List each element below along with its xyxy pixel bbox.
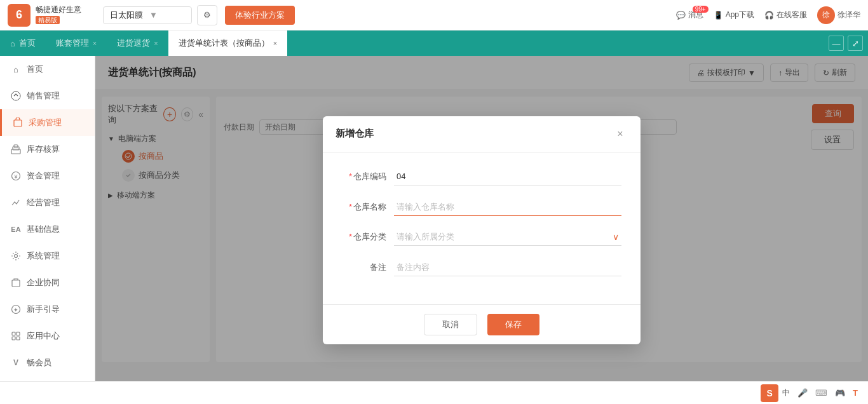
- warehouse-category-label: 仓库分类: [342, 231, 386, 243]
- tab-close-icon[interactable]: ×: [154, 39, 158, 47]
- home-icon: ⌂: [10, 39, 15, 48]
- message-icon: 💬: [676, 11, 686, 20]
- tab-home[interactable]: ⌂ 首页: [0, 30, 46, 56]
- ops-icon: [10, 197, 22, 208]
- svg-rect-12: [17, 332, 20, 335]
- warehouse-remark-label: 备注: [342, 262, 386, 273]
- modal-footer: 取消 保存: [323, 304, 641, 344]
- svg-rect-8: [12, 280, 20, 286]
- warehouse-category-row: 仓库分类 请输入所属分类 ∨: [342, 229, 621, 246]
- svg-text:¥: ¥: [13, 173, 18, 180]
- phone-icon: 📱: [714, 11, 723, 20]
- tab-purchase-return[interactable]: 进货退货 ×: [107, 30, 168, 56]
- store-selector[interactable]: 日太阳膜 ▼: [103, 6, 192, 24]
- cancel-button[interactable]: 取消: [424, 314, 477, 335]
- warehouse-name-input[interactable]: [394, 198, 621, 216]
- warehouse-name-row: 仓库名称: [342, 198, 621, 216]
- trial-button[interactable]: 体验行业方案: [225, 6, 295, 25]
- bottom-s-logo: S: [761, 384, 778, 402]
- warehouse-name-label: 仓库名称: [342, 201, 386, 213]
- finance-icon: ¥: [10, 170, 22, 182]
- sidebar-item-purchase[interactable]: 采购管理: [0, 109, 95, 136]
- modal-body: 仓库编码 仓库名称 仓库分类 请输入所属分类 ∨: [323, 152, 641, 304]
- online-service-button[interactable]: 🎧 在线客服: [764, 10, 807, 20]
- svg-rect-1: [14, 120, 22, 126]
- tab-minimize-button[interactable]: —: [829, 36, 844, 51]
- tab-expand-button[interactable]: ⤢: [848, 36, 863, 51]
- sidebar-item-sales[interactable]: 销售管理: [0, 83, 95, 109]
- member-icon: V: [10, 357, 22, 368]
- modal-close-button[interactable]: ×: [613, 126, 628, 142]
- modal-overlay: 新增仓库 × 仓库编码 仓库名称 仓库分类: [95, 56, 868, 404]
- tab-purchase-stats[interactable]: 进货单统计表（按商品） ×: [168, 30, 287, 56]
- home-nav-icon: ⌂: [10, 64, 22, 75]
- logo-text: 畅捷通好生意 精易版: [36, 5, 81, 25]
- logo-area: 6 畅捷通好生意 精易版: [8, 4, 103, 27]
- mic-icon[interactable]: 🎤: [797, 388, 808, 398]
- sidebar: ⌂ 首页 销售管理 采购管理 库存核算 ¥ 资金管理: [0, 56, 95, 404]
- svg-rect-11: [12, 332, 15, 335]
- sidebar-item-base[interactable]: EA 基础信息: [0, 216, 95, 243]
- dropdown-arrow-icon: ▼: [149, 10, 185, 20]
- inventory-icon: [10, 144, 22, 155]
- app-download-button[interactable]: 📱 App下载: [714, 10, 754, 20]
- sidebar-item-ops[interactable]: 经营管理: [0, 189, 95, 216]
- sidebar-item-guide[interactable]: ✦ 新手引导: [0, 296, 95, 323]
- gear-button[interactable]: ⚙: [197, 5, 217, 25]
- svg-point-7: [15, 255, 18, 258]
- system-icon: [10, 250, 22, 262]
- svg-point-0: [11, 91, 20, 100]
- avatar-initials: 徐: [822, 10, 830, 20]
- headset-icon: 🎧: [764, 11, 774, 20]
- user-profile-button[interactable]: 徐 徐泽华: [817, 6, 860, 24]
- keyboard-icon[interactable]: ⌨: [815, 388, 827, 398]
- save-button[interactable]: 保存: [487, 314, 539, 335]
- sidebar-item-member[interactable]: V 畅会员: [0, 349, 95, 376]
- main-layout: ⌂ 首页 销售管理 采购管理 库存核算 ¥ 资金管理: [0, 56, 868, 404]
- category-dropdown-icon: ∨: [613, 232, 619, 242]
- sidebar-item-apps[interactable]: 应用中心: [0, 323, 95, 349]
- logo-icon: 6: [8, 4, 31, 27]
- messages-button[interactable]: 💬 消息 99+: [676, 10, 703, 20]
- modal-header: 新增仓库 ×: [323, 116, 641, 152]
- svg-text:✦: ✦: [13, 307, 18, 313]
- enterprise-icon: [10, 277, 22, 288]
- bottom-status-bar: S 中 🎤 ⌨ 🎮 T: [0, 381, 868, 404]
- tab-bar: ⌂ 首页 账套管理 × 进货退货 × 进货单统计表（按商品） × — ⤢: [0, 30, 868, 56]
- sidebar-item-system[interactable]: 系统管理: [0, 243, 95, 269]
- apps-icon: [10, 330, 22, 342]
- gamepad-icon[interactable]: 🎮: [835, 388, 845, 398]
- sidebar-item-enterprise[interactable]: 企业协同: [0, 269, 95, 296]
- avatar: 徐: [817, 6, 835, 24]
- warehouse-code-row: 仓库编码: [342, 168, 621, 185]
- tab-controls: — ⤢: [829, 30, 868, 56]
- sidebar-item-inventory[interactable]: 库存核算: [0, 136, 95, 163]
- warehouse-category-select[interactable]: 请输入所属分类 ∨: [394, 229, 621, 246]
- base-info-icon: EA: [10, 224, 22, 235]
- warehouse-remark-row: 备注: [342, 259, 621, 276]
- svg-rect-13: [12, 337, 15, 340]
- sidebar-item-home[interactable]: ⌂ 首页: [0, 56, 95, 83]
- tab-close-icon[interactable]: ×: [93, 39, 97, 47]
- modal-title: 新增仓库: [336, 128, 374, 140]
- purchase-icon: [12, 117, 24, 128]
- new-warehouse-modal: 新增仓库 × 仓库编码 仓库名称 仓库分类: [323, 116, 641, 344]
- sidebar-item-finance[interactable]: ¥ 资金管理: [0, 163, 95, 189]
- gear-icon: ⚙: [203, 10, 211, 20]
- svg-rect-14: [17, 337, 20, 340]
- top-right-area: 💬 消息 99+ 📱 App下载 🎧 在线客服 徐 徐泽华: [676, 6, 860, 24]
- guide-icon: ✦: [10, 304, 22, 315]
- warehouse-code-label: 仓库编码: [342, 171, 386, 182]
- text-type-icon[interactable]: T: [853, 388, 858, 398]
- tab-accounts[interactable]: 账套管理 ×: [46, 30, 107, 56]
- top-bar: 6 畅捷通好生意 精易版 日太阳膜 ▼ ⚙ 体验行业方案 💬 消息 99+ 📱 …: [0, 0, 868, 30]
- bottom-brand: S 中: [761, 384, 790, 402]
- tab-close-icon[interactable]: ×: [273, 39, 277, 47]
- content-area: 进货单统计(按商品) 🖨 按模板打印 ▼ ↑ 导出 ↻ 刷新: [95, 56, 868, 404]
- warehouse-remark-input[interactable]: [394, 259, 621, 276]
- warehouse-code-input[interactable]: [394, 168, 621, 185]
- sales-icon: [10, 90, 22, 102]
